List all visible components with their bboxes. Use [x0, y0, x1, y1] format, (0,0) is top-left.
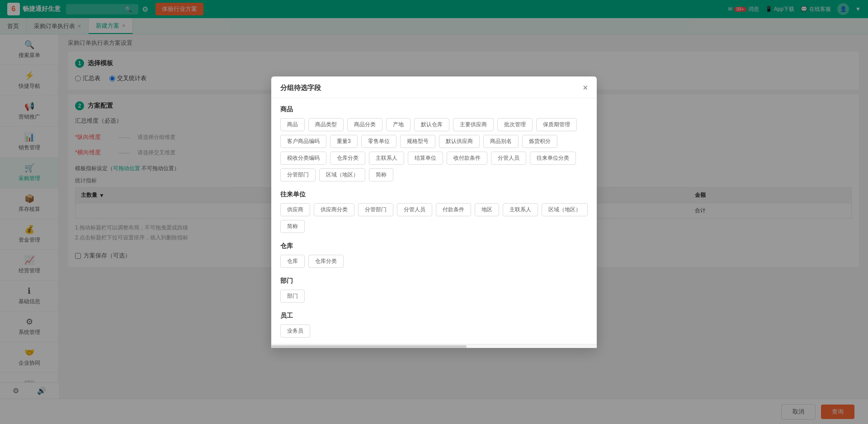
- category-employee-fields: 业务员: [280, 324, 588, 338]
- field-warehouse[interactable]: 仓库: [280, 255, 305, 268]
- field-party-contact[interactable]: 主联系人: [503, 203, 538, 216]
- field-party-area[interactable]: 区域（地区）: [542, 203, 588, 216]
- field-default-supplier[interactable]: 默认供应商: [439, 135, 480, 148]
- category-warehouse-title: 仓库: [280, 242, 588, 250]
- category-dept-title: 部门: [280, 277, 588, 285]
- category-dept-fields: 部门: [280, 290, 588, 303]
- field-settlement-unit[interactable]: 结算单位: [408, 152, 443, 165]
- field-main-contact[interactable]: 主联系人: [369, 152, 404, 165]
- field-product-type[interactable]: 商品类型: [308, 118, 344, 131]
- field-supplier-category[interactable]: 供应商分类: [314, 203, 354, 216]
- category-dept: 部门 部门: [280, 277, 588, 303]
- modal-horizontal-scrollbar[interactable]: [271, 344, 597, 348]
- field-shelf-life[interactable]: 保质期管理: [536, 118, 577, 131]
- field-dept-in-charge[interactable]: 分管部门: [280, 168, 316, 181]
- field-warehouse-category[interactable]: 仓库分类: [330, 152, 365, 165]
- field-origin[interactable]: 产地: [386, 118, 410, 131]
- modal-header: 分组待选字段 ×: [271, 76, 597, 98]
- field-supplier[interactable]: 供应商: [280, 203, 310, 216]
- field-short-name[interactable]: 简称: [369, 168, 393, 181]
- category-product-fields: 商品 商品类型 商品分类 产地 默认仓库 主要供应商 批次管理 保质期管理 客户…: [280, 118, 588, 181]
- field-product-category[interactable]: 商品分类: [347, 118, 382, 131]
- field-party-short[interactable]: 简称: [280, 220, 305, 233]
- field-dept[interactable]: 部门: [280, 290, 305, 303]
- field-practice-points[interactable]: 炼货积分: [522, 135, 557, 148]
- field-payment-terms[interactable]: 收付款条件: [447, 152, 487, 165]
- field-selection-modal: 分组待选字段 × 商品 商品 商品类型 商品分类 产地 默认仓库 主要供应商 批…: [271, 76, 597, 348]
- field-region-product[interactable]: 区域（地区）: [319, 168, 365, 181]
- modal-title: 分组待选字段: [280, 84, 321, 92]
- field-default-warehouse[interactable]: 默认仓库: [414, 118, 449, 131]
- field-party-manager[interactable]: 分管人员: [397, 203, 432, 216]
- modal-overlay[interactable]: 分组待选字段 × 商品 商品 商品类型 商品分类 产地 默认仓库 主要供应商 批…: [0, 0, 868, 424]
- field-retail-unit[interactable]: 零售单位: [361, 135, 396, 148]
- category-product: 商品 商品 商品类型 商品分类 产地 默认仓库 主要供应商 批次管理 保质期管理…: [280, 105, 588, 181]
- field-manager[interactable]: 分管人员: [491, 152, 526, 165]
- field-weight[interactable]: 重量3: [330, 135, 358, 148]
- category-warehouse: 仓库 仓库 仓库分类: [280, 242, 588, 268]
- field-party-region[interactable]: 地区: [475, 203, 499, 216]
- field-spec-model[interactable]: 规格型号: [400, 135, 435, 148]
- field-salesperson[interactable]: 业务员: [280, 324, 310, 338]
- modal-scroll-thumb: [271, 345, 467, 348]
- field-batch-mgmt[interactable]: 批次管理: [497, 118, 533, 131]
- field-customer-code[interactable]: 客户商品编码: [280, 135, 326, 148]
- category-product-title: 商品: [280, 105, 588, 114]
- category-warehouse-fields: 仓库 仓库分类: [280, 255, 588, 268]
- modal-close-button[interactable]: ×: [583, 84, 588, 92]
- field-warehouse-cat[interactable]: 仓库分类: [308, 255, 344, 268]
- field-party-payment[interactable]: 付款条件: [436, 203, 471, 216]
- field-party-category[interactable]: 往来单位分类: [530, 152, 576, 165]
- field-party-dept[interactable]: 分管部门: [358, 203, 393, 216]
- category-employee-title: 员工: [280, 312, 588, 320]
- category-party-title: 往来单位: [280, 191, 588, 199]
- field-main-supplier[interactable]: 主要供应商: [453, 118, 494, 131]
- field-tax-code[interactable]: 税收分类编码: [280, 152, 326, 165]
- field-product-alias[interactable]: 商品别名: [483, 135, 519, 148]
- category-party-fields: 供应商 供应商分类 分管部门 分管人员 付款条件 地区 主联系人 区域（地区） …: [280, 203, 588, 233]
- modal-body: 商品 商品 商品类型 商品分类 产地 默认仓库 主要供应商 批次管理 保质期管理…: [271, 98, 597, 344]
- category-party: 往来单位 供应商 供应商分类 分管部门 分管人员 付款条件 地区 主联系人 区域…: [280, 191, 588, 233]
- field-product[interactable]: 商品: [280, 118, 305, 131]
- category-employee: 员工 业务员: [280, 312, 588, 338]
